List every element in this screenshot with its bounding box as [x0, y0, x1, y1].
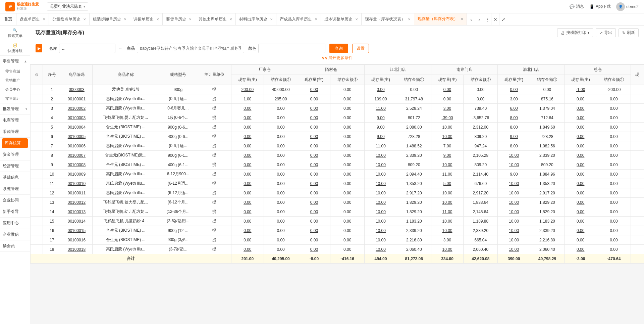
- table-cell[interactable]: 0.00: [564, 207, 597, 217]
- table-cell[interactable]: 0.00: [564, 104, 597, 113]
- table-cell[interactable]: 6.00: [498, 104, 530, 113]
- query-btn[interactable]: 查询: [329, 44, 348, 53]
- table-cell[interactable]: 5.00: [431, 179, 464, 188]
- table-cell[interactable]: 0.00: [298, 85, 330, 94]
- tab-3[interactable]: 组装拆卸单历史 ✕: [90, 13, 130, 26]
- table-cell[interactable]: 10.00: [365, 245, 397, 254]
- tab-menu-btn[interactable]: ⋮: [483, 13, 491, 26]
- sidebar-item-stats[interactable]: 零售统计: [0, 94, 30, 103]
- table-cell[interactable]: 10.00: [365, 151, 397, 160]
- table-cell[interactable]: 0.00: [298, 188, 330, 198]
- table-cell[interactable]: 0.00: [231, 104, 264, 113]
- user-area[interactable]: 👤 demo2: [616, 2, 639, 11]
- table-cell[interactable]: 10.00: [431, 226, 464, 235]
- sidebar-section-title-collab[interactable]: 企业协同: [0, 195, 30, 206]
- table-cell[interactable]: 00100018: [61, 245, 92, 254]
- table-cell[interactable]: 0.00: [231, 123, 264, 132]
- tab-close-all-btn[interactable]: ✕: [491, 13, 499, 26]
- table-cell[interactable]: 0.00: [231, 217, 264, 226]
- tab-close-10[interactable]: ✕: [408, 17, 411, 21]
- table-cell[interactable]: 0.00: [298, 179, 330, 188]
- table-cell[interactable]: 0.00: [564, 226, 597, 235]
- table-cell[interactable]: 0.00: [564, 188, 597, 198]
- tab-close-6[interactable]: ✕: [229, 17, 232, 21]
- table-cell[interactable]: 8.00: [498, 141, 530, 151]
- warehouse-input[interactable]: [59, 44, 115, 53]
- sidebar-section-title-vip[interactable]: 畅会员: [0, 240, 30, 251]
- sidebar-section-title-base[interactable]: 基础信息: [0, 172, 30, 183]
- table-cell[interactable]: 00100012: [61, 198, 92, 207]
- table-cell[interactable]: 0.00: [298, 113, 330, 123]
- th-settings[interactable]: ⚙: [31, 65, 43, 85]
- table-cell[interactable]: 00100010: [61, 179, 92, 188]
- table-cell[interactable]: 3.00: [498, 94, 530, 104]
- table-cell[interactable]: 3.00: [431, 235, 464, 245]
- table-cell[interactable]: 0.00: [231, 226, 264, 235]
- table-cell[interactable]: 109.00: [365, 94, 397, 104]
- sidebar-search[interactable]: 🔍 搜索英单: [0, 26, 30, 41]
- tab-close-1[interactable]: ✕: [43, 17, 45, 21]
- table-cell[interactable]: 0000003: [61, 85, 92, 94]
- table-cell[interactable]: 0.00: [298, 132, 330, 141]
- tab-prev-btn[interactable]: ‹: [467, 13, 475, 26]
- table-cell[interactable]: 0.00: [298, 207, 330, 217]
- table-cell[interactable]: 10.00: [431, 188, 464, 198]
- tab-close-5[interactable]: ✕: [189, 17, 192, 21]
- tab-close-3[interactable]: ✕: [124, 17, 126, 21]
- goods-input[interactable]: [137, 44, 244, 53]
- tab-close-7[interactable]: ✕: [270, 17, 273, 21]
- table-cell[interactable]: 0.00: [298, 198, 330, 207]
- sidebar-section-title-biz[interactable]: 经营管理: [0, 160, 30, 172]
- sidebar-section-title-sys[interactable]: 系统管理: [0, 183, 30, 194]
- table-cell[interactable]: 0.00: [298, 94, 330, 104]
- table-cell[interactable]: 10.00: [431, 160, 464, 170]
- table-cell[interactable]: 00100016: [61, 235, 92, 245]
- table-cell[interactable]: 0.00: [564, 123, 597, 132]
- table-cell[interactable]: 10.00: [498, 179, 530, 188]
- export-btn[interactable]: ↗ 导出: [596, 28, 616, 37]
- sidebar-section-title-retail[interactable]: 零售管理 ▲: [0, 56, 30, 67]
- table-cell[interactable]: 0.00: [431, 94, 464, 104]
- table-cell[interactable]: 10.00: [431, 198, 464, 207]
- table-cell[interactable]: 0.00: [365, 85, 397, 94]
- table-cell[interactable]: 0.00: [298, 226, 330, 235]
- table-cell[interactable]: 0.00: [231, 170, 264, 179]
- industry-selector[interactable]: 母婴行业演示陈套 ▾: [47, 2, 88, 11]
- table-cell[interactable]: 0.00: [298, 160, 330, 170]
- table-cell[interactable]: 00100002: [61, 104, 92, 113]
- table-cell[interactable]: 11.00: [431, 170, 464, 179]
- sidebar-item-marketing[interactable]: 营销推广: [0, 76, 30, 85]
- table-cell[interactable]: 10.00: [365, 160, 397, 170]
- table-cell[interactable]: 0.00: [231, 179, 264, 188]
- table-cell[interactable]: 00100013: [61, 207, 92, 217]
- table-cell[interactable]: 10.00: [498, 207, 530, 217]
- table-cell[interactable]: 00100006: [61, 141, 92, 151]
- table-cell[interactable]: -1.00: [564, 85, 597, 94]
- table-cell[interactable]: 11.00: [431, 207, 464, 217]
- table-cell[interactable]: 0.00: [564, 179, 597, 188]
- tab-close-8[interactable]: ✕: [315, 17, 317, 21]
- tab-9[interactable]: 成本调整单历史 ✕: [321, 13, 362, 26]
- table-cell[interactable]: 0.00: [564, 235, 597, 245]
- table-cell[interactable]: 9.00: [498, 170, 530, 179]
- table-cell[interactable]: 0.00: [498, 85, 530, 94]
- tab-6[interactable]: 其他出库单历史 ✕: [195, 13, 236, 26]
- table-cell[interactable]: 10.00: [365, 235, 397, 245]
- tab-expand-btn[interactable]: ⤢: [499, 13, 507, 26]
- table-cell[interactable]: 10.00: [498, 151, 530, 160]
- table-cell[interactable]: 10.00: [498, 217, 530, 226]
- sidebar-section-title-wholesale[interactable]: 批发管理 ▾: [0, 103, 30, 114]
- table-cell[interactable]: 0.00: [564, 217, 597, 226]
- expand-btn[interactable]: ∨∨ 展开更多条件: [322, 55, 353, 61]
- sidebar-item-shop[interactable]: 零售商城: [0, 67, 30, 76]
- table-cell[interactable]: 10.00: [365, 179, 397, 188]
- sidebar-section-title-finance[interactable]: 资金管理: [0, 149, 30, 160]
- tab-close-9[interactable]: ✕: [355, 17, 358, 21]
- tab-4[interactable]: 调拨单历史 ✕: [130, 13, 163, 26]
- table-cell[interactable]: 3.00: [431, 104, 464, 113]
- table-cell[interactable]: 0.00: [564, 151, 597, 160]
- table-cell[interactable]: 10.00: [498, 188, 530, 198]
- table-cell[interactable]: 0.00: [298, 104, 330, 113]
- table-cell[interactable]: 11.00: [365, 141, 397, 151]
- table-cell[interactable]: 0.00: [231, 113, 264, 123]
